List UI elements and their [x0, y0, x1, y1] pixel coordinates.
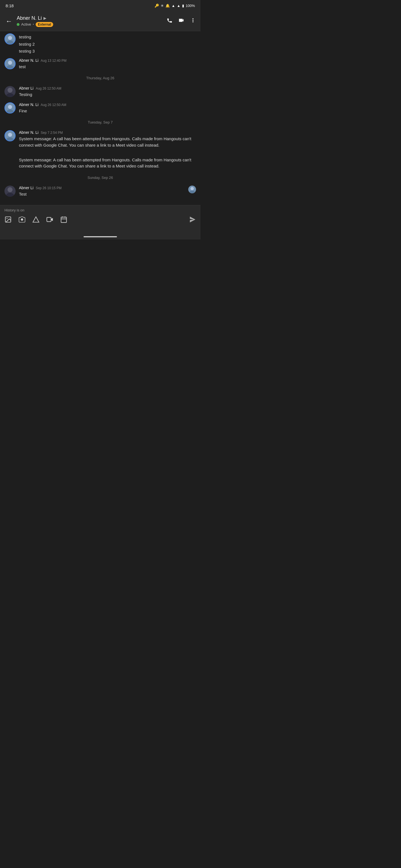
message-block: Abner N. Li Sep 7 2:54 PM System message…	[4, 130, 196, 169]
partial-line-3: testing 3	[19, 49, 35, 54]
svg-marker-33	[190, 217, 196, 223]
message-time: Aug 13 12:40 PM	[41, 59, 66, 63]
message-text: Test	[19, 191, 185, 197]
contact-name: Abner N. Li ▶	[17, 15, 167, 21]
svg-point-16	[7, 187, 12, 192]
sender-name: Abner Li	[19, 86, 33, 90]
bottom-bar: History is on	[0, 205, 200, 230]
message-content: Abner Li Sep 26 10:15 PM Test	[19, 186, 185, 197]
calendar-icon[interactable]	[60, 216, 67, 225]
status-bar: 8:18 🔑 ✳ 🔔 ▲ ▲ ▮ 100%	[0, 0, 200, 11]
message-time: Aug 26 12:50 AM	[41, 103, 66, 107]
drive-icon[interactable]	[32, 216, 39, 225]
active-label: Active	[21, 22, 31, 26]
mute-icon: 🔔	[165, 4, 170, 8]
send-button[interactable]	[188, 216, 196, 225]
message-text: test	[19, 64, 196, 70]
partial-line-2: testing 2	[19, 42, 35, 46]
reaction-avatar-image	[188, 186, 196, 193]
wifi-icon: ▲	[172, 4, 175, 8]
avatar	[4, 33, 16, 44]
toolbar	[4, 216, 196, 225]
message-block: Abner Li Sep 26 10:15 PM Test	[4, 186, 196, 197]
avatar	[4, 186, 16, 197]
camera-icon[interactable]	[18, 216, 26, 225]
svg-point-10	[8, 105, 12, 109]
external-badge: External	[36, 22, 53, 27]
svg-point-19	[191, 187, 194, 190]
back-button[interactable]: ←	[4, 16, 13, 26]
message-content: Abner Li Aug 26 12:50 AM Testing	[19, 86, 196, 98]
more-options-button[interactable]	[190, 17, 196, 25]
date-divider: Sunday, Sep 26	[4, 175, 196, 180]
home-indicator-bar	[84, 236, 117, 237]
home-indicator	[0, 230, 200, 240]
date-divider: Thursday, Aug 26	[4, 75, 196, 81]
svg-marker-24	[33, 217, 39, 222]
battery-percent: 100%	[186, 4, 195, 8]
history-label: History is on	[4, 208, 196, 212]
message-time: Aug 26 12:50 AM	[36, 87, 61, 90]
sender-name: Abner N. Li	[19, 102, 38, 107]
message-text: Testing	[19, 92, 196, 98]
message-content: Abner N. Li Aug 13 12:40 PM test	[19, 58, 196, 70]
date-divider: Tuesday, Sep 7	[4, 120, 196, 125]
message-time: Sep 26 10:15 PM	[36, 186, 61, 190]
contact-name-caret: ▶	[44, 16, 47, 20]
status-separator: •	[33, 22, 34, 26]
active-dot	[17, 23, 20, 26]
key-icon: 🔑	[154, 4, 159, 8]
avatar	[4, 58, 16, 69]
partial-text-content: testing testing 2 testing 3	[19, 33, 35, 55]
message-meta: Abner N. Li Aug 13 12:40 PM	[19, 58, 196, 63]
signal-icon: ▲	[177, 4, 180, 8]
image-icon[interactable]	[4, 216, 12, 225]
chat-messages: Abner N. Li Aug 13 12:40 PM test Thursda…	[0, 55, 200, 205]
message-content: Abner N. Li Sep 7 2:54 PM System message…	[19, 130, 196, 169]
status-icons: 🔑 ✳ 🔔 ▲ ▲ ▮ 100%	[154, 4, 195, 8]
message-meta: Abner N. Li Sep 7 2:54 PM	[19, 130, 196, 135]
message-meta: Abner N. Li Aug 26 12:50 AM	[19, 102, 196, 107]
message-text: System message: A call has been attempte…	[19, 136, 196, 169]
partial-line-1: testing	[19, 34, 31, 39]
video-call-button[interactable]	[178, 17, 184, 25]
reaction-avatar	[188, 186, 196, 193]
partial-message-block: testing testing 2 testing 3	[4, 33, 196, 55]
toolbar-icons	[4, 216, 67, 225]
svg-point-7	[7, 88, 12, 93]
message-content: Abner N. Li Aug 26 12:50 AM Fine	[19, 102, 196, 114]
sender-name: Abner N. Li	[19, 58, 38, 63]
message-block: Abner N. Li Aug 13 12:40 PM test	[4, 58, 196, 70]
chat-header: ← Abner N. Li ▶ Active • External	[0, 11, 200, 31]
message-block: Abner Li Aug 26 12:50 AM Testing	[4, 86, 196, 98]
svg-point-4	[8, 61, 12, 65]
add-video-icon[interactable]	[46, 216, 54, 225]
status-time: 8:18	[6, 3, 13, 8]
bluetooth-icon: ✳	[161, 4, 164, 8]
contact-status: Active • External	[17, 22, 167, 27]
svg-rect-29	[61, 217, 66, 223]
message-block: Abner N. Li Aug 26 12:50 AM Fine	[4, 102, 196, 114]
message-meta: Abner Li Sep 26 10:15 PM	[19, 186, 185, 190]
avatar	[4, 86, 16, 97]
message-text: Fine	[19, 108, 196, 114]
battery-icon: ▮	[182, 4, 184, 8]
sender-name: Abner N. Li	[19, 130, 38, 135]
avatar	[4, 102, 16, 114]
partial-messages: testing testing 2 testing 3	[0, 31, 200, 55]
svg-point-1	[8, 36, 12, 40]
message-time: Sep 7 2:54 PM	[41, 131, 63, 135]
svg-point-13	[8, 133, 12, 136]
sender-name: Abner Li	[19, 186, 33, 190]
header-actions	[167, 17, 196, 25]
message-meta: Abner Li Aug 26 12:50 AM	[19, 86, 196, 90]
contact-info: Abner N. Li ▶ Active • External	[17, 15, 167, 27]
avatar	[4, 130, 16, 141]
call-button[interactable]	[167, 17, 173, 25]
svg-point-22	[7, 218, 7, 219]
